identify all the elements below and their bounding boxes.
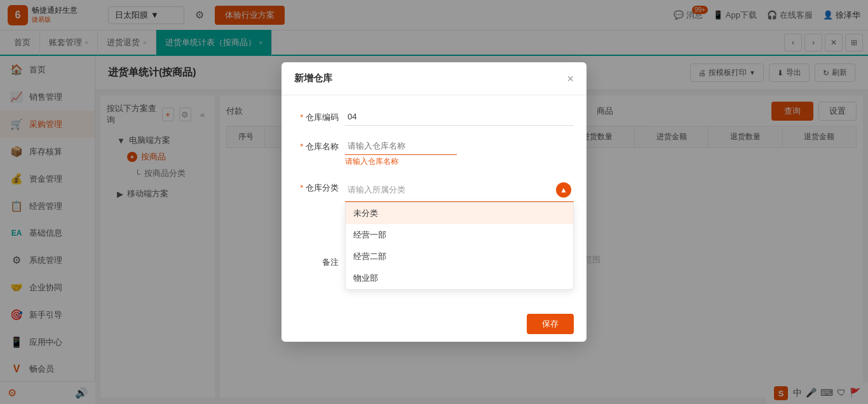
warehouse-name-error: 请输入仓库名称 [345, 156, 457, 167]
warehouse-name-row: * 仓库名称 请输入仓库名称 [294, 137, 574, 167]
modal-body: * 仓库编码 * 仓库名称 请输入仓库名称 [281, 95, 587, 306]
warehouse-code-label: * 仓库编码 [294, 108, 345, 123]
category-select-trigger[interactable]: 请输入所属分类 ▲ [345, 178, 574, 202]
modal-footer: 保存 [281, 306, 587, 342]
modal-header: 新增仓库 × [281, 62, 587, 95]
warehouse-code-row: * 仓库编码 [294, 108, 574, 126]
warehouse-code-input[interactable] [345, 108, 574, 126]
dropdown-item-dept1[interactable]: 经营一部 [346, 224, 573, 246]
warehouse-name-label: * 仓库名称 [294, 137, 345, 152]
warehouse-category-field: 请输入所属分类 ▲ [345, 178, 574, 202]
warehouse-category-label: * 仓库分类 [294, 178, 345, 194]
dropdown-item-uncategorized[interactable]: 未分类 [346, 203, 573, 224]
warehouse-name-field: 请输入仓库名称 [345, 137, 457, 167]
dropdown-item-dept3[interactable]: 物业部 [346, 267, 573, 289]
modal-close-button[interactable]: × [567, 73, 574, 84]
warehouse-code-field [345, 108, 574, 126]
warehouse-category-row: * 仓库分类 请输入所属分类 ▲ 未分类 经营一部 经营二部 物业部 [294, 178, 574, 202]
warehouse-note-label: 备注 [294, 253, 345, 268]
dropdown-item-dept2[interactable]: 经营二部 [346, 246, 573, 267]
category-up-icon: ▲ [556, 182, 571, 198]
modal-title: 新增仓库 [294, 72, 332, 84]
new-warehouse-modal: 新增仓库 × * 仓库编码 * 仓库名称 [281, 62, 587, 342]
category-placeholder: 请输入所属分类 [348, 184, 405, 196]
modal-overlay[interactable]: 新增仓库 × * 仓库编码 * 仓库名称 [0, 0, 868, 404]
save-button[interactable]: 保存 [527, 314, 574, 334]
category-dropdown: 未分类 经营一部 经营二部 物业部 [345, 202, 574, 290]
warehouse-name-input[interactable] [345, 137, 457, 155]
